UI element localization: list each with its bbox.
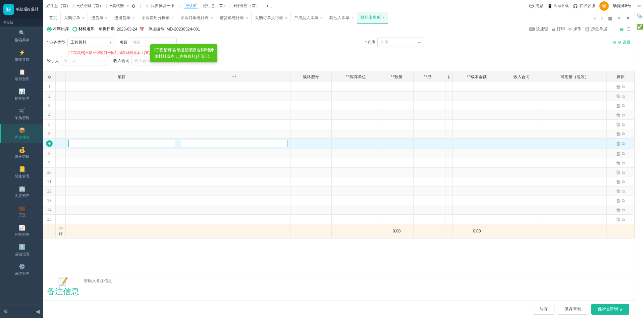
unit-cell[interactable] xyxy=(332,129,380,139)
app-download-button[interactable]: 📱 App下载 xyxy=(547,3,569,9)
cost-cell[interactable] xyxy=(413,158,445,168)
right-panel-edit-button[interactable]: ✏ xyxy=(637,3,642,9)
collapse-icon[interactable]: ◀ xyxy=(36,308,40,315)
income-contract-cell[interactable] xyxy=(501,101,542,110)
tab-material-out-close[interactable]: × xyxy=(383,16,385,19)
sidebar-item-accounting[interactable]: 📒 总账管理 xyxy=(0,163,43,182)
product-cell[interactable] xyxy=(178,187,290,196)
qty-cell[interactable] xyxy=(380,120,413,129)
copy-active-row-button[interactable]: ⧉ xyxy=(622,141,625,146)
cost-cell[interactable] xyxy=(413,110,445,120)
project-cell[interactable] xyxy=(66,215,178,224)
project-cell-active[interactable] xyxy=(66,139,178,149)
tab-prev-icon[interactable]: ‹ xyxy=(592,15,598,21)
tab-purchase-order[interactable]: 采购订单 × xyxy=(61,12,88,24)
tab-material-out[interactable]: 材料出库单 × xyxy=(357,12,388,24)
spec-cell[interactable] xyxy=(290,110,332,120)
delete-row-button[interactable]: 🗑 xyxy=(616,198,621,203)
qty-cell[interactable] xyxy=(380,187,413,196)
income-contract-cell[interactable] xyxy=(501,129,542,139)
project-more-icon[interactable]: ··· xyxy=(170,40,174,45)
right-panel-check-button[interactable]: ✅ xyxy=(636,23,643,30)
spec-cell[interactable] xyxy=(290,120,332,129)
sidebar-item-salary[interactable]: 💼 工资 xyxy=(0,202,43,221)
copy-row-button[interactable]: ⧉ xyxy=(622,94,625,99)
project-cell[interactable] xyxy=(66,92,178,101)
history-button[interactable]: 📋 历史单据 xyxy=(585,26,607,32)
view-list-icon[interactable]: ☰ xyxy=(627,27,631,32)
product-input-active[interactable] xyxy=(181,140,287,147)
product-cell[interactable] xyxy=(178,168,290,177)
cost-cell[interactable] xyxy=(413,101,445,110)
tab-purchase-exec[interactable]: 采购订单执行表 × xyxy=(252,12,291,24)
handler-select[interactable]: 经手人 ··· xyxy=(61,56,108,65)
calendar-icon[interactable]: 📅 xyxy=(139,27,144,32)
topbar-link-finance2[interactable]: +好业财（首） xyxy=(233,3,260,9)
right-panel-attach-button[interactable]: 📎 xyxy=(636,13,643,19)
col-settings-icon[interactable]: ⚙ xyxy=(48,75,51,80)
save-new-button[interactable]: 保存&新增 ∧ xyxy=(591,304,629,315)
delete-row-button[interactable]: 🗑 xyxy=(616,207,621,213)
project-cell[interactable] xyxy=(66,110,178,120)
qty-cell[interactable] xyxy=(380,129,413,139)
tab-goods-in-close[interactable]: × xyxy=(105,16,107,20)
product-cell[interactable] xyxy=(178,215,290,224)
spec-cell[interactable] xyxy=(290,196,332,205)
income-contract-cell[interactable] xyxy=(501,82,542,92)
copy-row-button[interactable]: ⧉ xyxy=(622,85,625,89)
cost-cell[interactable] xyxy=(413,149,445,158)
notes-icon-button[interactable]: 📝 备注信息 xyxy=(47,277,79,297)
product-cell[interactable] xyxy=(178,205,290,215)
copy-row-button[interactable]: ⧉ xyxy=(622,170,625,175)
product-cell-active[interactable] xyxy=(178,139,290,149)
qty-cell[interactable] xyxy=(380,110,413,120)
qty-cell[interactable] xyxy=(380,196,413,205)
income-contract-cell[interactable] xyxy=(501,205,542,215)
notes-input[interactable] xyxy=(83,277,631,290)
cost-amount-cell[interactable] xyxy=(452,82,501,92)
tab-goods-in[interactable]: 进货单 × xyxy=(88,12,111,24)
tab-goods-return[interactable]: 进退货单 × xyxy=(111,12,138,24)
cost-cell[interactable] xyxy=(413,215,445,224)
income-contract-cell[interactable] xyxy=(501,168,542,177)
unit-cell[interactable] xyxy=(332,101,380,110)
project-cell[interactable] xyxy=(66,149,178,158)
cost-cell[interactable] xyxy=(413,205,445,215)
project-cell[interactable] xyxy=(66,120,178,129)
income-contract-cell[interactable] xyxy=(501,110,542,120)
spec-cell[interactable] xyxy=(290,92,332,101)
cost-amount-cell[interactable] xyxy=(452,158,501,168)
topbar-link-good-biz2[interactable]: 好生意（首） xyxy=(203,3,227,9)
cost-amount-cell[interactable] xyxy=(452,168,501,177)
operations-button[interactable]: ⚙ 操作 xyxy=(568,26,581,32)
cost-cell-active[interactable] xyxy=(413,139,445,149)
spec-cell[interactable] xyxy=(290,101,332,110)
project-cell[interactable] xyxy=(66,168,178,177)
biz-type-select[interactable]: 工程领料 ▾ xyxy=(67,38,114,47)
income-contract-cell[interactable] xyxy=(501,215,542,224)
project-cell[interactable] xyxy=(66,196,178,205)
sidebar-item-assets[interactable]: 🏢 固定资产 xyxy=(0,182,43,202)
shortcut-button[interactable]: ⌨ 快捷键 xyxy=(529,26,548,32)
tab-purchase-expense[interactable]: 采购费用分摊单 × xyxy=(138,12,177,24)
qty-cell[interactable] xyxy=(380,158,413,168)
spec-cell[interactable] xyxy=(290,168,332,177)
topbar-link-more[interactable]: +... xyxy=(266,4,272,8)
spec-cell[interactable] xyxy=(290,129,332,139)
spec-cell[interactable] xyxy=(290,149,332,158)
sidebar-item-search[interactable]: 🔍 搜索菜单 xyxy=(0,26,43,46)
cost-cell[interactable] xyxy=(413,168,445,177)
sidebar-item-system[interactable]: ⚙️ 系统管理 xyxy=(0,260,43,279)
cost-amount-cell[interactable] xyxy=(452,101,501,110)
unit-cell[interactable] xyxy=(332,196,380,205)
cost-cell[interactable] xyxy=(413,92,445,101)
qty-cell[interactable] xyxy=(380,149,413,158)
delete-row-button[interactable]: 🗑 xyxy=(616,179,621,184)
product-cell[interactable] xyxy=(178,92,290,101)
cost-amount-cell[interactable] xyxy=(452,196,501,205)
handler-more-icon[interactable]: ··· xyxy=(102,58,105,63)
tab-close-all-icon[interactable]: ✕ xyxy=(624,15,632,21)
income-contract-cell[interactable] xyxy=(501,177,542,187)
tab-home[interactable]: 首页 xyxy=(46,12,61,24)
spec-cell[interactable] xyxy=(290,187,332,196)
